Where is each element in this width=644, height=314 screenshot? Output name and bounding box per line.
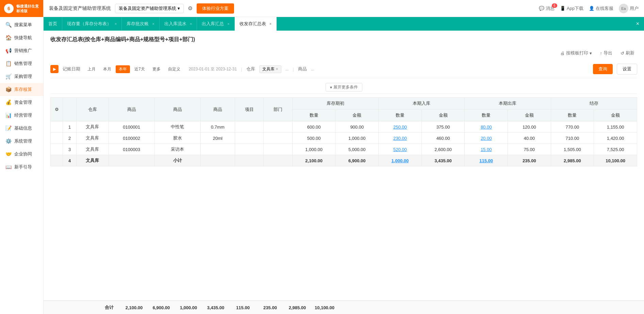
system-icon: ⚙️ [5,138,12,144]
cell-spec: 20ml [200,133,235,144]
th-goods-code: 商品 [109,98,154,121]
date-btn-更多[interactable]: 更多 [149,65,164,73]
tab-home[interactable]: 首页 [44,17,62,31]
export-button[interactable]: ↑ 导出 [597,49,615,57]
cell-code [109,155,154,166]
print-button[interactable]: 🖨 按模板打印 ▾ [558,49,595,57]
cell-no: 2 [63,133,77,144]
cell-name: 小计 [154,155,200,166]
sidebar-item-system[interactable]: ⚙️ 系统管理 [0,135,43,148]
date-buttons: 上月本月本年近7天更多自定义 [84,65,183,73]
sidebar-item-purchase[interactable]: 🛒 采购管理 [0,70,43,83]
cell-name: 采访本 [154,144,200,155]
message-item[interactable]: 💬 消息 6 [539,5,555,12]
cell-out-qty: 15.00 [465,144,508,155]
expand-conditions-button[interactable]: ▾ 展开更多条件 [326,83,362,92]
sidebar-item-operation[interactable]: 📊 经营管理 [0,109,43,122]
filter-bar: ▶ 记账日期 上月本月本年近7天更多自定义 2023-01-01 至 2023-… [50,60,637,78]
cell-gear [51,144,63,155]
th-no [63,98,77,121]
footer-in-amt: 3,435.00 [202,305,229,310]
cell-close-amt: 10,100.00 [594,155,637,166]
cell-dept [264,155,292,166]
footer-out-amt: 235.00 [257,305,284,310]
cell-project [235,155,264,166]
goods-more[interactable]: ... [311,67,314,71]
tab-inventory[interactable]: 现存量（库存分布表）× [62,17,122,31]
date-btn-近7天[interactable]: 近7天 [131,65,148,73]
cell-close-amt: 1,420.00 [594,133,637,144]
cell-open-amt: 1,000.00 [335,133,379,144]
filter-settings-button[interactable]: 设置 [617,64,637,75]
cell-gear [51,121,63,133]
sidebar-item-sales[interactable]: 📋 销售管理 [0,57,43,70]
tab-flow[interactable]: 出入库流水× [160,17,197,31]
goods-label: 商品 [298,66,307,72]
sidebar-item-quick[interactable]: 🏠 快捷导航 [0,31,43,44]
cell-name: 中性笔 [154,121,200,133]
sidebar-label-guide: 新手引导 [14,164,32,170]
app-download-item[interactable]: 📱 App下载 [560,5,583,12]
cell-project [235,121,264,133]
header: 装备及固定资产辅助管理系统 装备及固定资产辅助管理系统 ▾ ⚙ 体验行业方案 💬… [44,0,644,17]
gear-icon[interactable]: ⚙ [188,5,193,12]
system-selector[interactable]: 装备及固定资产辅助管理系统 ▾ [115,4,184,13]
sidebar-item-marketing[interactable]: 📢 营销推广 [0,44,43,57]
tab-label-summary: 出入库汇总 [202,21,224,27]
tab-label-batch: 库存批次账 [127,21,149,27]
warehouse-more[interactable]: ... [285,67,289,71]
footer-close-amt: 10,100.00 [311,305,338,310]
cell-spec [200,144,235,155]
cell-in-amt: 2,600.00 [422,144,465,155]
tab-close-flow[interactable]: × [190,22,192,26]
logo-text1: 畅捷通好生意 [16,4,39,9]
footer-in-qty: 1,000.00 [175,305,202,310]
user-item[interactable]: Ea 用户 [619,4,639,13]
date-btn-本月[interactable]: 本月 [100,65,114,73]
enterprise-icon: 🤝 [5,151,12,157]
cell-open-qty: 500.00 [292,133,335,144]
logo-text2: 标准版 [16,9,39,13]
filter-expand-arrow[interactable]: ▶ [50,65,59,73]
try-button[interactable]: 体验行业方案 [197,3,234,14]
warehouse-tag[interactable]: 文具库 × [259,65,281,73]
th-goods-spec: 商品 [200,98,235,121]
date-btn-自定义[interactable]: 自定义 [165,65,183,73]
cell-warehouse: 文具库 [77,144,109,155]
cell-close-qty: 710.00 [551,133,594,144]
purchase-icon: 🛒 [5,73,12,80]
sidebar: 6 畅捷通好生意 标准版 🔍 搜索菜单 🏠 快捷导航 📢 营销推广 📋 销售管理… [0,0,44,314]
sidebar-item-inventory[interactable]: 📦 库存核算 [0,83,43,96]
tab-batch[interactable]: 库存批次账× [122,17,159,31]
refresh-button[interactable]: ↺ 刷新 [618,49,637,57]
query-button[interactable]: 查询 [593,64,613,74]
tab-close-summary[interactable]: × [227,22,229,26]
sidebar-item-basic[interactable]: 📝 基础信息 [0,122,43,135]
th-out-amt: 金额 [508,110,551,121]
sidebar-item-guide[interactable]: 📖 新手引导 [0,161,43,173]
date-btn-本年[interactable]: 本年 [116,65,130,73]
online-service-item[interactable]: 👤 在线客服 [589,5,613,12]
cell-dept [264,144,292,155]
tab-close-batch[interactable]: × [152,22,154,26]
guide-icon: 📖 [5,164,12,170]
tab-summary[interactable]: 出入库汇总× [197,17,234,31]
table-row: 3 文具库 0100003 采访本 1,000.00 5,000.00 520.… [51,144,637,155]
tab-collect[interactable]: 收发存汇总表× [235,17,277,31]
sidebar-item-enterprise[interactable]: 🤝 企业协同 [0,148,43,161]
cell-code: 0100002 [109,133,154,144]
cell-dept [264,133,292,144]
tab-close-collect[interactable]: × [269,22,271,26]
th-warehouse: 仓库 [77,98,109,121]
tabbar-close-all[interactable]: × [631,21,644,27]
sidebar-label-purchase: 采购管理 [14,73,32,80]
sidebar-item-finance[interactable]: 💰 资金管理 [0,96,43,109]
chevron-down-icon: ▾ [178,6,180,11]
date-btn-上月[interactable]: 上月 [84,65,99,73]
sidebar-label-operation: 经营管理 [14,112,32,118]
sidebar-item-search[interactable]: 🔍 搜索菜单 [0,18,43,31]
cell-close-qty: 1,505.00 [551,144,594,155]
tab-close-inventory[interactable]: × [115,22,117,26]
cell-in-qty: 1,000.00 [379,155,422,166]
warehouse-remove-icon[interactable]: × [276,67,278,71]
